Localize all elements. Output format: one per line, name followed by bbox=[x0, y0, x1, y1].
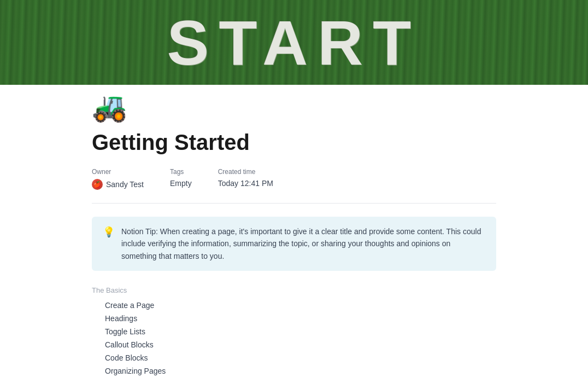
page-content: 🚜 Getting Started Owner 🍎 Sandy Test Tag… bbox=[48, 79, 540, 383]
nav-item-label: Toggle Lists bbox=[105, 327, 145, 336]
nav-item-label: Create a Page bbox=[105, 301, 154, 310]
created-metadata: Created time Today 12:41 PM bbox=[218, 168, 273, 188]
nav-item-create-page[interactable]: Create a Page bbox=[92, 299, 496, 312]
owner-value: 🍎 Sandy Test bbox=[92, 179, 144, 190]
nav-item-label: Code Blocks bbox=[105, 353, 148, 362]
metadata-section: Owner 🍎 Sandy Test Tags Empty Created ti… bbox=[92, 168, 496, 190]
nav-item-headings[interactable]: Headings bbox=[92, 312, 496, 325]
tags-value: Empty bbox=[170, 179, 192, 188]
nav-item-code-blocks[interactable]: Code Blocks bbox=[92, 351, 496, 364]
content-divider bbox=[92, 203, 496, 204]
hero-banner: START bbox=[0, 0, 588, 85]
owner-label: Owner bbox=[92, 168, 144, 176]
hero-text: START bbox=[156, 7, 432, 79]
nav-item-toggle-lists[interactable]: Toggle Lists bbox=[92, 325, 496, 338]
tags-metadata: Tags Empty bbox=[170, 168, 192, 188]
basics-nav-list: Create a Page Headings Toggle Lists Call… bbox=[92, 299, 496, 378]
nav-item-callout-blocks[interactable]: Callout Blocks bbox=[92, 338, 496, 351]
page-title: Getting Started bbox=[92, 130, 496, 155]
basics-heading: The Basics bbox=[92, 286, 496, 294]
callout-box: 💡 Notion Tip: When creating a page, it's… bbox=[92, 217, 496, 271]
callout-icon: 💡 bbox=[103, 226, 115, 238]
tags-label: Tags bbox=[170, 168, 192, 176]
owner-metadata: Owner 🍎 Sandy Test bbox=[92, 168, 144, 190]
nav-item-label: Organizing Pages bbox=[105, 367, 166, 375]
page-emoji: 🚜 bbox=[92, 79, 496, 124]
basics-section: The Basics Create a Page Headings Toggle… bbox=[92, 286, 496, 378]
owner-avatar: 🍎 bbox=[92, 179, 103, 190]
nav-item-label: Callout Blocks bbox=[105, 340, 154, 349]
nav-item-organizing-pages[interactable]: Organizing Pages bbox=[92, 364, 496, 378]
callout-text: Notion Tip: When creating a page, it's i… bbox=[121, 225, 485, 262]
nav-item-label: Headings bbox=[105, 314, 137, 323]
created-label: Created time bbox=[218, 168, 273, 176]
owner-name: Sandy Test bbox=[106, 180, 144, 189]
created-value: Today 12:41 PM bbox=[218, 179, 273, 188]
